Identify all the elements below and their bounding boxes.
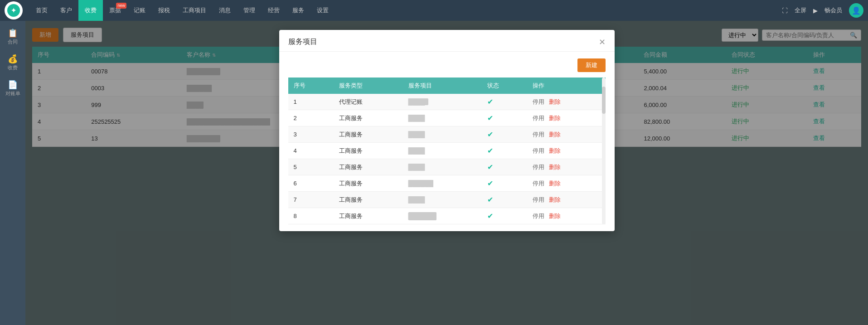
modal-cell-status: ✔ <box>482 175 527 192</box>
nav-client[interactable]: 客户 <box>54 0 78 21</box>
modal-cell-seq: 1 <box>288 94 334 110</box>
modal-cell-seq: 3 <box>288 126 334 143</box>
logo-icon: ✦ <box>7 4 20 17</box>
nav-invoice[interactable]: 票据 new <box>103 0 127 21</box>
modal-col-service-item: 服务项目 <box>403 78 482 94</box>
modal-cell-service-type: 工商服务 <box>334 126 403 143</box>
status-check-icon: ✔ <box>487 98 493 106</box>
nav-operation[interactable]: 经营 <box>262 0 286 21</box>
delete-button[interactable]: 删除 <box>549 131 561 138</box>
stop-button[interactable]: 停用 <box>533 131 544 138</box>
modal-body: 新建 序号 服务类型 服务项目 状态 操作 <box>279 52 615 231</box>
modal-cell-actions: 停用 删除 <box>527 175 605 192</box>
modal-cell-service-item: ████1 <box>403 94 482 110</box>
stop-button[interactable]: 停用 <box>533 196 544 203</box>
modal-cell-actions: 停用 删除 <box>527 94 605 110</box>
modal-cell-service-type: 工商服务 <box>334 175 403 192</box>
top-navigation: ✦ 首页 客户 收费 票据 new 记账 报税 工商项目 消息 管理 经营 服务… <box>0 0 868 21</box>
stop-button[interactable]: 停用 <box>533 115 544 121</box>
modal-cell-seq: 8 <box>288 208 334 224</box>
sidebar: 📋 合同 💰 收费 📄 对账单 <box>0 21 25 325</box>
modal-table-row: 3 工商服务 ████ ✔ 停用 删除 <box>288 126 606 143</box>
modal-table-row: 4 工商服务 ████ ✔ 停用 删除 <box>288 143 606 159</box>
sidebar-item-contract[interactable]: 📋 合同 <box>1 25 24 49</box>
modal-cell-status: ✔ <box>482 143 527 159</box>
modal-table-row: 7 工商服务 ████ ✔ 停用 删除 <box>288 192 606 208</box>
play-icon[interactable]: ▶ <box>813 7 818 14</box>
modal-cell-service-item: ████ <box>403 143 482 159</box>
modal-cell-service-type: 工商服务 <box>334 192 403 208</box>
stop-button[interactable]: 停用 <box>533 147 544 154</box>
status-check-icon: ✔ <box>487 114 493 122</box>
user-avatar[interactable]: 👤 <box>849 3 863 18</box>
modal-table-row: 5 工商服务 ████ ✔ 停用 删除 <box>288 159 606 175</box>
modal-header: 服务项目 ✕ <box>279 30 615 52</box>
nav-message[interactable]: 消息 <box>213 0 237 21</box>
nav-right-area: ⛶ 全屏 ▶ 畅会员 👤 <box>782 3 863 18</box>
contract-icon: 📋 <box>8 29 18 37</box>
statement-icon: 📄 <box>8 81 18 89</box>
modal-cell-service-item: ██████ <box>403 175 482 192</box>
nav-fee[interactable]: 收费 <box>78 0 103 21</box>
modal-cell-actions: 停用 删除 <box>527 143 605 159</box>
sidebar-item-fee[interactable]: 💰 收费 <box>1 51 24 75</box>
delete-button[interactable]: 删除 <box>549 98 561 105</box>
modal-cell-seq: 4 <box>288 143 334 159</box>
main-layout: 📋 合同 💰 收费 📄 对账单 新增 服务项目 进行中 🔍 <box>0 21 868 325</box>
modal-cell-service-item: ████注册 <box>403 208 482 224</box>
modal-cell-status: ✔ <box>482 94 527 110</box>
delete-button[interactable]: 删除 <box>549 180 561 187</box>
modal-cell-seq: 5 <box>288 159 334 175</box>
modal-cell-status: ✔ <box>482 192 527 208</box>
nav-business[interactable]: 工商项目 <box>176 0 213 21</box>
fullscreen-icon[interactable]: ⛶ <box>782 7 788 14</box>
status-check-icon: ✔ <box>487 131 493 138</box>
modal-cell-service-type: 工商服务 <box>334 208 403 224</box>
nav-service[interactable]: 服务 <box>286 0 310 21</box>
nav-tax[interactable]: 报税 <box>152 0 176 21</box>
sidebar-item-statement[interactable]: 📄 对账单 <box>1 77 24 101</box>
modal-table-header: 序号 服务类型 服务项目 状态 操作 <box>288 78 606 94</box>
modal-col-action: 操作 <box>527 78 605 94</box>
modal-cell-service-item: ████ <box>403 110 482 126</box>
delete-button[interactable]: 删除 <box>549 213 561 219</box>
modal-cell-status: ✔ <box>482 159 527 175</box>
nav-settings[interactable]: 设置 <box>310 0 335 21</box>
status-check-icon: ✔ <box>487 163 493 171</box>
modal-cell-actions: 停用 删除 <box>527 126 605 143</box>
modal-cell-status: ✔ <box>482 208 527 224</box>
status-check-icon: ✔ <box>487 179 493 187</box>
modal-cell-service-type: 工商服务 <box>334 143 403 159</box>
stop-button[interactable]: 停用 <box>533 180 544 187</box>
modal-cell-service-type: 工商服务 <box>334 110 403 126</box>
content-area: 新增 服务项目 进行中 🔍 序号 合同编码⇅ 客户名称⇅ 服务项目 ▼ <box>25 21 868 325</box>
modal-cell-status: ✔ <box>482 110 527 126</box>
modal-scroll-wrapper: 序号 服务类型 服务项目 状态 操作 1 代理记账 ████1 ✔ 停用 <box>288 78 606 224</box>
delete-button[interactable]: 删除 <box>549 164 561 170</box>
status-check-icon: ✔ <box>487 147 493 155</box>
nav-manage[interactable]: 管理 <box>237 0 262 21</box>
scrollbar-thumb[interactable] <box>602 87 606 114</box>
app-logo: ✦ <box>5 1 23 19</box>
modal-cell-status: ✔ <box>482 126 527 143</box>
delete-button[interactable]: 删除 <box>549 115 561 121</box>
modal-col-status: 状态 <box>482 78 527 94</box>
stop-button[interactable]: 停用 <box>533 164 544 170</box>
scrollbar-track[interactable] <box>602 78 606 224</box>
modal-cell-seq: 6 <box>288 175 334 192</box>
nav-bookkeeping[interactable]: 记账 <box>127 0 152 21</box>
nav-home[interactable]: 首页 <box>29 0 54 21</box>
modal-close-button[interactable]: ✕ <box>599 38 606 46</box>
modal-cell-service-type: 代理记账 <box>334 94 403 110</box>
delete-button[interactable]: 删除 <box>549 196 561 203</box>
fullscreen-label: 全屏 <box>795 6 806 15</box>
modal-new-button[interactable]: 新建 <box>577 58 606 72</box>
member-label: 畅会员 <box>824 6 842 15</box>
modal-cell-service-item: ████ <box>403 126 482 143</box>
stop-button[interactable]: 停用 <box>533 213 544 219</box>
delete-button[interactable]: 删除 <box>549 147 561 154</box>
modal-table-row: 1 代理记账 ████1 ✔ 停用 删除 <box>288 94 606 110</box>
modal-table-row: 2 工商服务 ████ ✔ 停用 删除 <box>288 110 606 126</box>
stop-button[interactable]: 停用 <box>533 98 544 105</box>
new-badge: new <box>116 3 126 9</box>
